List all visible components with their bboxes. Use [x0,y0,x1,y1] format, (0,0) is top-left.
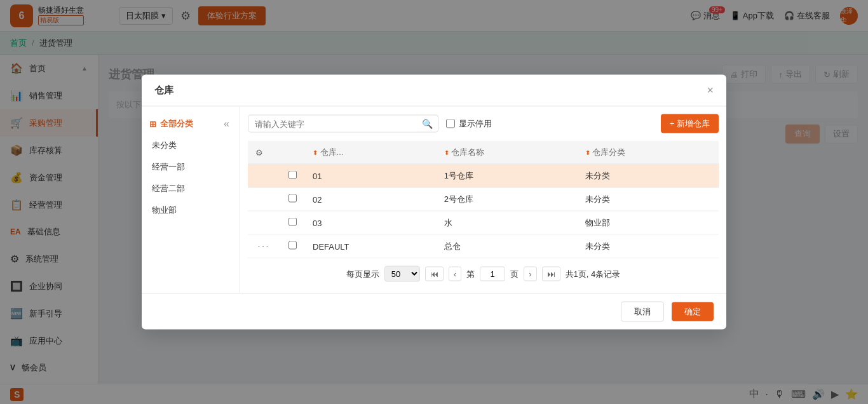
category-item-property[interactable]: 物业部 [142,199,240,221]
sort-icon-name: ⬍ [444,149,449,156]
table-header: ⚙ ⬍ 仓库... ⬍ 仓库名称 ⬍ [248,141,719,165]
row-check-4 [280,234,305,258]
table-row[interactable]: 01 1号仓库 未分类 [248,164,719,187]
row-check-2 [280,187,305,211]
row-category-2: 未分类 [578,187,719,211]
row-checkbox-2[interactable] [288,194,297,203]
row-category-4: 未分类 [578,234,719,258]
page-label: 第 [466,268,475,279]
col-code-header[interactable]: ⬍ 仓库... [305,141,437,165]
dialog-footer: 取消 确定 [142,293,726,330]
row-checkbox-1[interactable] [288,171,297,179]
first-page-button[interactable]: ⏮ [425,267,444,281]
sort-icon: ⬍ [313,149,318,156]
sort-icon-category: ⬍ [585,149,590,156]
search-button[interactable]: 🔍 [417,116,438,132]
pagination-bar: 每页显示 50 10 20 100 ⏮ ‹ 第 页 › ⏭ 共1页, 4条记录 [248,259,719,286]
row-category-1: 未分类 [578,164,719,187]
col-name-header[interactable]: ⬍ 仓库名称 [437,141,578,165]
table-toolbar: 🔍 显示停用 + 新增仓库 [248,114,719,133]
cancel-button[interactable]: 取消 [621,302,664,322]
show-disabled-label: 显示停用 [446,118,492,130]
table-row[interactable]: 03 水 物业部 [248,211,719,234]
all-categories-label: 全部分类 [160,118,193,130]
row-category-3: 物业部 [578,211,719,234]
search-input[interactable] [248,116,417,131]
row-code-4: DEFAULT [305,234,437,258]
per-page-label: 每页显示 [346,268,379,279]
table-row[interactable]: ··· DEFAULT 总仓 未分类 [248,234,719,258]
row-name-1: 1号仓库 [437,164,578,187]
row-checkbox-3[interactable] [288,218,297,226]
warehouse-dialog: 仓库 × ⊞ 全部分类 « 未分类 经营一部 经营二部 物业部 🔍 [142,75,726,330]
dialog-body: ⊞ 全部分类 « 未分类 经营一部 经营二部 物业部 🔍 显示停用 + [142,107,726,293]
table-panel: 🔍 显示停用 + 新增仓库 ⚙ ⬍ [240,107,726,293]
row-gear-2 [248,187,280,211]
total-records: 共1页, 4条记录 [566,268,621,279]
row-gear-3 [248,211,280,234]
row-gear-4: ··· [248,234,280,258]
row-name-3: 水 [437,211,578,234]
dialog-header: 仓库 × [142,75,726,107]
dialog-title: 仓库 [154,84,173,97]
col-gear-header: ⚙ [248,141,280,165]
page-number-input[interactable] [480,267,505,281]
search-box: 🔍 [248,115,438,133]
per-page-select[interactable]: 50 10 20 100 [384,266,420,282]
row-name-2: 2号仓库 [437,187,578,211]
row-code-1: 01 [305,164,437,187]
table-row[interactable]: 02 2号仓库 未分类 [248,187,719,211]
add-warehouse-button[interactable]: + 新增仓库 [661,114,719,133]
prev-page-button[interactable]: ‹ [449,267,461,281]
next-page-button[interactable]: › [524,267,536,281]
category-collapse-button[interactable]: « [224,118,229,130]
all-categories-item[interactable]: ⊞ 全部分类 « [142,113,240,135]
last-page-button[interactable]: ⏭ [542,267,560,281]
row-code-2: 02 [305,187,437,211]
row-check-3 [280,211,305,234]
row-name-4: 总仓 [437,234,578,258]
dialog-close-button[interactable]: × [707,84,714,97]
show-disabled-checkbox[interactable] [446,119,455,128]
warehouse-table: ⚙ ⬍ 仓库... ⬍ 仓库名称 ⬍ [248,141,719,259]
table-body: 01 1号仓库 未分类 02 2号仓库 未分类 [248,164,719,258]
confirm-button[interactable]: 确定 [672,302,714,321]
grid-icon: ⊞ [149,119,156,128]
category-item-uncategorized[interactable]: 未分类 [142,135,240,156]
row-check-1 [280,164,305,187]
col-check-header [280,141,305,165]
table-container: ⚙ ⬍ 仓库... ⬍ 仓库名称 ⬍ [248,141,719,259]
col-category-header[interactable]: ⬍ 仓库分类 [578,141,719,165]
category-item-dept2[interactable]: 经营二部 [142,178,240,199]
row-gear-1 [248,164,280,187]
row-code-3: 03 [305,211,437,234]
category-item-dept1[interactable]: 经营一部 [142,156,240,178]
row-checkbox-4[interactable] [288,241,297,250]
category-panel: ⊞ 全部分类 « 未分类 经营一部 经营二部 物业部 [142,107,240,293]
row-more-button-4[interactable]: ··· [257,241,269,252]
page-suffix: 页 [510,268,519,279]
